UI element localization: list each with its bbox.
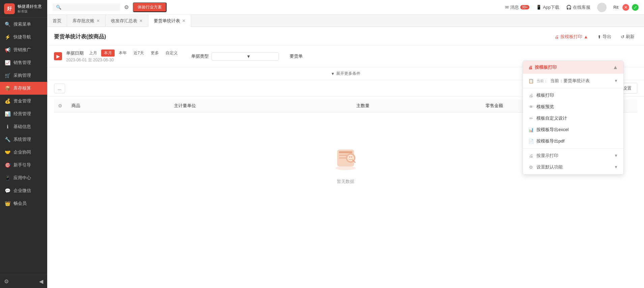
topbar-search-input[interactable]	[63, 5, 111, 10]
username-label: Rit	[613, 5, 618, 10]
sidebar-item-inventory[interactable]: 📦 库存核算	[0, 82, 47, 95]
print-dropdown-close-button[interactable]: ▲	[613, 64, 618, 70]
content-area: 要货单统计表(按商品) 🖨 按模板打印 ▲ ⬆ 导出 ↺ 刷新 ▶	[47, 27, 644, 288]
app-download-item[interactable]: 📱 App下载	[536, 4, 559, 10]
window-maximize-button[interactable]: ⤢	[632, 4, 639, 11]
refresh-button[interactable]: ↺ 刷新	[618, 32, 637, 41]
template-print-item[interactable]: 🖨 模板打印	[523, 90, 623, 101]
date-label: 单据日期	[66, 50, 84, 56]
template-icon: 📋	[528, 78, 534, 84]
display-print-item[interactable]: 🖨 按显示打印 ▼	[523, 150, 623, 161]
current-template-chevron-icon: ▼	[614, 78, 618, 83]
system-icon: 🔧	[4, 137, 11, 142]
sidebar-item-purchase[interactable]: 🛒 采购管理	[0, 69, 47, 82]
inventory-icon: 📦	[4, 86, 11, 91]
app-download-icon: 📱	[536, 5, 541, 10]
set-default-item[interactable]: ⚙ 设置默认功能 ▼	[523, 161, 623, 173]
expand-more-button[interactable]: ▼ 展开更多条件	[327, 69, 364, 78]
app-name: 畅捷通好生意	[18, 4, 42, 9]
logo-icon: 好	[4, 3, 15, 14]
basic-icon: ℹ	[4, 124, 11, 129]
sub-items-section: 🖨 按显示打印 ▼ ⚙ 设置默认功能 ▼	[523, 149, 623, 174]
promo-button[interactable]: 体验行业方案	[133, 2, 167, 12]
print-items-section: 🖨 模板打印 👁 模板预览 ✏ 模板自定义设计 📊 按模板导出excel 📄	[523, 88, 623, 149]
empty-text: 暂无数据	[337, 179, 354, 185]
messages-item[interactable]: ✉ 消息 99+	[505, 4, 529, 10]
tab-close-receivables[interactable]: ✕	[139, 19, 143, 23]
page-actions: 🖨 按模板打印 ▲ ⬆ 导出 ↺ 刷新	[552, 32, 637, 41]
print-template-button[interactable]: 🖨 按模板打印 ▲	[552, 32, 591, 41]
export-icon: ⬆	[597, 34, 601, 39]
current-template-name: 当前：要货单统计表	[550, 78, 590, 84]
tab-receivables-summary[interactable]: 收发存汇总表 ✕	[106, 15, 148, 27]
col-settings[interactable]: ⚙	[54, 99, 67, 113]
tab-inventory-batch[interactable]: 库存批次账 ✕	[67, 15, 106, 27]
collapse-icon[interactable]: ◀	[39, 278, 43, 285]
message-badge: 99+	[520, 5, 529, 9]
custom-date-button[interactable]: 自定义	[163, 50, 180, 57]
template-print-icon: 🖨	[528, 93, 534, 98]
col-product: 商品	[67, 99, 170, 113]
online-service-item[interactable]: 🎧 在线客服	[566, 4, 590, 10]
prev-month-button[interactable]: 上月	[86, 50, 100, 57]
filter-expand-button[interactable]: ▶	[54, 52, 62, 60]
member-icon: 👑	[4, 201, 11, 206]
topbar: 🔍 ⚙ 体验行业方案 ✉ 消息 99+ 📱 App下载 🎧 在线客服 Rit ✕	[47, 0, 644, 15]
more-options-button[interactable]: ...	[54, 84, 65, 93]
sidebar-item-app-center[interactable]: 📱 应用中心	[0, 171, 47, 184]
sidebar-item-finance[interactable]: 💰 资金管理	[0, 95, 47, 107]
template-custom-item[interactable]: ✏ 模板自定义设计	[523, 113, 623, 124]
template-preview-icon: 👁	[528, 104, 534, 109]
sidebar-item-sales[interactable]: 📈 销售管理	[0, 56, 47, 69]
current-template-left: 📋 当前： 当前：要货单统计表	[528, 78, 590, 84]
template-export-excel-icon: 📊	[528, 127, 534, 132]
export-button[interactable]: ⬆ 导出	[595, 32, 614, 41]
settings-icon[interactable]: ⚙	[4, 278, 9, 285]
more-date-button[interactable]: 更多	[148, 50, 162, 57]
app-center-icon: 📱	[4, 175, 11, 181]
sidebar-item-operations[interactable]: 📊 经营管理	[0, 107, 47, 120]
template-export-pdf-icon: 📄	[528, 139, 534, 144]
sidebar-item-basic[interactable]: ℹ 基础信息	[0, 120, 47, 133]
tab-close-order[interactable]: ✕	[182, 19, 185, 23]
avatar[interactable]	[597, 3, 607, 12]
template-export-pdf-item[interactable]: 📄 按模板导出pdf	[523, 135, 623, 147]
current-template-item[interactable]: 📋 当前： 当前：要货单统计表 ▼	[523, 75, 623, 87]
marketing-icon: 📢	[4, 47, 11, 53]
sidebar-item-system[interactable]: 🔧 系统管理	[0, 133, 47, 146]
tab-home[interactable]: 首页	[47, 15, 67, 27]
sidebar-item-member[interactable]: 👑 畅会员	[0, 197, 47, 210]
type-select[interactable]: ▼	[211, 52, 279, 61]
svg-point-9	[351, 156, 352, 158]
guide-icon: 🎯	[4, 162, 11, 168]
sidebar-item-wechat[interactable]: 💬 企业微信	[0, 184, 47, 197]
topbar-right: ✉ 消息 99+ 📱 App下载 🎧 在线客服 Rit	[505, 3, 618, 12]
page-title: 要货单统计表(按商品)	[54, 33, 106, 40]
purchase-icon: 🛒	[4, 73, 11, 78]
last-7-days-button[interactable]: 近7天	[131, 50, 147, 57]
sidebar-item-quick-nav[interactable]: ⚡ 快捷导航	[0, 31, 47, 43]
tab-order-summary[interactable]: 要货单统计表 ✕	[148, 15, 191, 27]
main-area: 🔍 ⚙ 体验行业方案 ✉ 消息 99+ 📱 App下载 🎧 在线客服 Rit ✕	[47, 0, 644, 288]
sidebar-item-guide[interactable]: 🎯 新手引导	[0, 159, 47, 171]
current-month-button[interactable]: 本月	[101, 50, 115, 57]
sidebar-item-search[interactable]: 🔍 搜索菜单	[0, 18, 47, 31]
date-range-display: 2023-06-01 至 2023-06-30	[66, 57, 180, 63]
yihuo-label: 要货单	[290, 53, 303, 59]
service-icon: 🎧	[566, 5, 572, 10]
display-print-icon: 🖨	[528, 153, 534, 158]
template-preview-item[interactable]: 👁 模板预览	[523, 101, 623, 113]
window-close-button[interactable]: ✕	[622, 4, 629, 11]
table-setting-icon[interactable]: ⚙	[58, 103, 62, 108]
sidebar-item-enterprise[interactable]: 🤝 企业协同	[0, 146, 47, 159]
sidebar-item-marketing[interactable]: 📢 营销推广	[0, 43, 47, 56]
current-year-button[interactable]: 本年	[116, 50, 129, 57]
topbar-search-box[interactable]: 🔍	[53, 3, 120, 11]
template-export-excel-item[interactable]: 📊 按模板导出excel	[523, 124, 623, 135]
tab-close-inventory-batch[interactable]: ✕	[96, 19, 100, 23]
app-logo: 好 畅捷通好生意 标准版	[0, 0, 47, 18]
type-select-chevron-icon: ▼	[246, 54, 275, 59]
template-custom-icon: ✏	[528, 116, 534, 121]
topbar-gear-icon[interactable]: ⚙	[124, 4, 129, 10]
enterprise-icon: 🤝	[4, 150, 11, 155]
